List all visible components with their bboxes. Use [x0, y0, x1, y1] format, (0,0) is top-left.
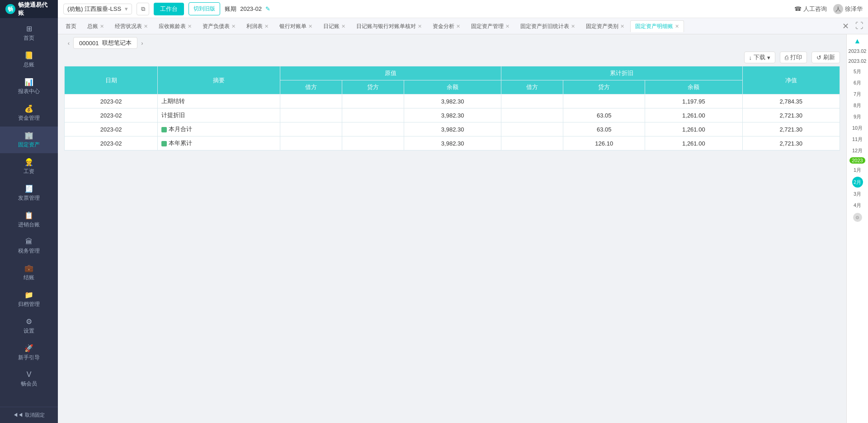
col-accum-balance: 余额: [645, 80, 742, 94]
cell-orig-credit: [342, 94, 404, 108]
sidebar-item-member[interactable]: V 畅会员: [0, 366, 58, 392]
col-orig-balance: 余额: [404, 80, 501, 94]
date-item-nov[interactable]: 11月: [847, 134, 868, 145]
maximize-icon[interactable]: ⛶: [854, 21, 865, 31]
tab-close-icon[interactable]: ✕: [620, 24, 624, 29]
tabbar-actions: ✕ ⛶: [840, 21, 865, 31]
company-selector[interactable]: (劝勉) 江西服垂-LSS ▾: [63, 4, 132, 14]
date-item-dec[interactable]: 12月: [847, 145, 868, 156]
tab-close-icon[interactable]: ✕: [100, 24, 104, 29]
sidebar-item-payroll[interactable]: 👷 工资: [0, 153, 58, 180]
sidebar-item-label: 固定资产: [18, 141, 40, 149]
col-accum-credit: 贷方: [563, 80, 645, 94]
company-name: (劝勉) 江西服垂-LSS: [67, 5, 121, 13]
logo-text: 畅捷通易代账: [18, 1, 52, 17]
cell-orig-debit: [280, 122, 342, 136]
tab-journal-bank-check[interactable]: 日记账与银行对账单核对 ✕: [351, 20, 427, 32]
sidebar-item-archive[interactable]: 📁 归档管理: [0, 286, 58, 313]
switch-version-button[interactable]: 切到旧版: [189, 2, 220, 15]
tab-fixed-assets-detail[interactable]: 固定资产明细账 ✕: [630, 20, 684, 32]
tab-profit-statement[interactable]: 利润表 ✕: [241, 20, 274, 32]
cell-accum-balance: 1,261.00: [645, 122, 742, 136]
date-item-jun[interactable]: 6月: [847, 77, 868, 89]
edit-period-icon[interactable]: ✎: [265, 5, 270, 12]
workbench-button[interactable]: 工作台: [154, 3, 184, 15]
date-item-jan[interactable]: 1月: [847, 164, 868, 176]
cell-accum-debit: [501, 136, 563, 150]
download-button[interactable]: ↓ 下载 ▾: [744, 52, 776, 63]
sidebar-item-tax[interactable]: 🏛 税务管理: [0, 233, 58, 259]
tab-general-ledger[interactable]: 总账 ✕: [82, 20, 109, 32]
tab-close-icon[interactable]: ✕: [144, 24, 148, 29]
cell-summary: 本月合计: [158, 122, 280, 136]
tab-fixed-assets-category[interactable]: 固定资产类别 ✕: [581, 20, 629, 32]
tab-close-icon[interactable]: ✕: [188, 24, 192, 29]
tab-close-icon[interactable]: ✕: [264, 24, 269, 29]
tab-home[interactable]: 首页: [61, 20, 81, 32]
date-item-apr[interactable]: 4月: [847, 200, 868, 211]
print-button[interactable]: ⎙ 打印: [780, 52, 807, 63]
tab-journal[interactable]: 日记账 ✕: [318, 20, 350, 32]
date-item-oct[interactable]: 10月: [847, 122, 868, 134]
cell-summary: 上期结转: [158, 94, 280, 108]
sidebar-item-fixed-assets[interactable]: 🏢 固定资产: [0, 127, 58, 153]
date-item-jul[interactable]: 7月: [847, 89, 868, 100]
tab-close-icon[interactable]: ✕: [341, 24, 345, 29]
user-profile[interactable]: 人 徐泽华: [833, 4, 863, 14]
sidebar-item-funds[interactable]: 💰 资金管理: [0, 100, 58, 127]
tab-close-icon[interactable]: ✕: [505, 24, 509, 29]
tab-close-icon[interactable]: ✕: [675, 24, 679, 29]
tab-fund-analysis[interactable]: 资金分析 ✕: [428, 20, 465, 32]
cell-accum-debit: [501, 94, 563, 108]
nav-next-arrow[interactable]: ›: [137, 38, 146, 47]
cell-accum-debit: [501, 108, 563, 122]
sidebar-item-invoice[interactable]: 🧾 发票管理: [0, 180, 58, 207]
cell-orig-balance: 3,982.30: [404, 122, 501, 136]
cell-accum-balance: 1,261.00: [645, 108, 742, 122]
sidebar-item-ledger[interactable]: 📒 总账: [0, 47, 58, 73]
tab-close-icon[interactable]: ✕: [418, 24, 422, 29]
sidebar-item-reports[interactable]: 📊 报表中心: [0, 73, 58, 100]
date-item-feb-current[interactable]: 2月: [852, 177, 863, 188]
cell-orig-debit: [280, 94, 342, 108]
print-icon: ⎙: [785, 54, 788, 61]
tab-close-icon[interactable]: ✕: [308, 24, 312, 29]
tab-accounts-receivable[interactable]: 应收账龄表 ✕: [154, 20, 197, 32]
sidebar-item-label: 报表中心: [18, 88, 40, 95]
cell-date: 2023-02: [65, 122, 158, 136]
sidebar-item-label: 新手引导: [18, 354, 40, 362]
tab-balance-sheet[interactable]: 资产负债表 ✕: [198, 20, 241, 32]
date-item-sep[interactable]: 9月: [847, 111, 868, 122]
tab-close-icon[interactable]: ✕: [231, 24, 236, 29]
tab-fixed-assets-management[interactable]: 固定资产管理 ✕: [466, 20, 514, 32]
tab-management-status[interactable]: 经营状况表 ✕: [110, 20, 153, 32]
cell-orig-debit: [280, 108, 342, 122]
sidebar-item-close-accounts[interactable]: 💼 结账: [0, 259, 58, 286]
tab-bank-reconciliation[interactable]: 银行对账单 ✕: [274, 20, 317, 32]
tab-close-icon[interactable]: ✕: [456, 24, 460, 29]
col-original-value: 原值: [280, 66, 501, 80]
table-row: 2023-02 计提折旧 3,982.30 63.05 1,261.00 2,7…: [65, 108, 840, 122]
sidebar-item-settings[interactable]: ⚙ 设置: [0, 313, 58, 339]
close-tab-icon[interactable]: ✕: [840, 21, 851, 31]
date-item-2023-02-top[interactable]: 2023.02: [847, 46, 868, 56]
date-scroll-up[interactable]: ▲: [854, 37, 861, 45]
sidebar-item-guide[interactable]: 🚀 新手引导: [0, 339, 58, 366]
date-panel-settings-icon[interactable]: ⚙: [853, 213, 862, 222]
date-item-may[interactable]: 5月: [847, 66, 868, 77]
sidebar-item-sales[interactable]: 📋 进销台账: [0, 207, 58, 233]
nav-prev-arrow[interactable]: ‹: [64, 38, 73, 47]
copy-button[interactable]: ⧉: [137, 3, 149, 15]
human-service-btn[interactable]: ☎ 人工咨询: [794, 5, 827, 13]
date-item-mar[interactable]: 3月: [847, 188, 868, 200]
tab-close-icon[interactable]: ✕: [571, 24, 575, 29]
tab-depreciation-stats[interactable]: 固定资产折旧统计表 ✕: [515, 20, 580, 32]
date-item-aug[interactable]: 8月: [847, 100, 868, 111]
sidebar-item-home[interactable]: ⊞ 首页: [0, 20, 58, 47]
sidebar-toggle-fixed[interactable]: ◀◀ 取消固定: [0, 407, 58, 423]
refresh-button[interactable]: ↺ 刷新: [811, 52, 840, 63]
date-panel: ▲ 2023.02 2023.02 5月 6月 7月 8月 9月 10月 11月…: [846, 34, 868, 423]
date-item-2023-02-second[interactable]: 2023.02: [847, 56, 868, 66]
sidebar-logo: 畅 畅捷通易代账: [0, 0, 58, 18]
cell-orig-balance: 3,982.30: [404, 94, 501, 108]
